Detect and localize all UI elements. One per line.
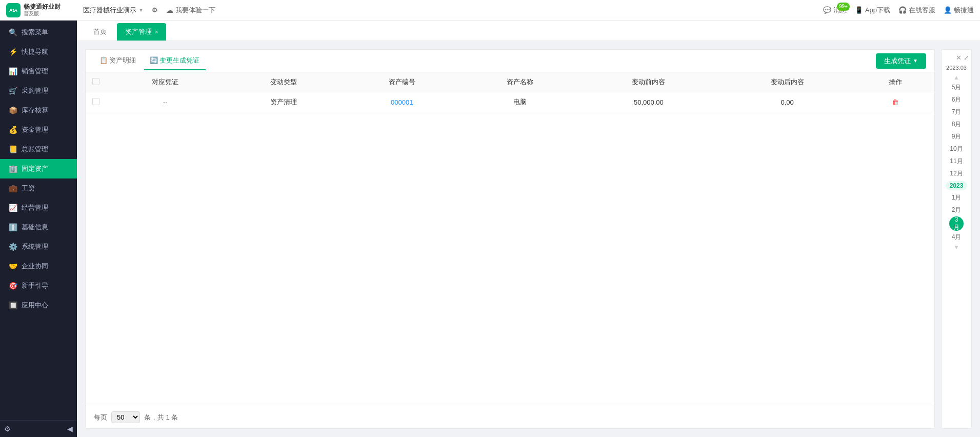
- per-page-select[interactable]: 50 10 20 100: [111, 411, 140, 423]
- app-download-button[interactable]: 📱 App下载: [855, 6, 890, 15]
- per-page-label: 每页: [94, 413, 107, 422]
- month-7[interactable]: 7月: [944, 106, 969, 118]
- sidebar-item-search[interactable]: 🔍 搜索菜单: [0, 23, 77, 42]
- sidebar-item-operations[interactable]: 📈 经营管理: [0, 198, 77, 217]
- row-after: 0.00: [718, 92, 856, 112]
- app-center-icon: 🔲: [8, 301, 17, 310]
- month-2[interactable]: 2月: [944, 204, 969, 216]
- sub-tabs: 📋 资产明细 🔄 变更生成凭证 生成凭证 ▼: [86, 50, 934, 72]
- sub-tab-change-voucher-label: 变更生成凭证: [159, 56, 199, 65]
- tab-close-button[interactable]: ×: [155, 29, 158, 35]
- sidebar-label-sales: 销售管理: [22, 67, 48, 76]
- month-10[interactable]: 10月: [944, 143, 969, 155]
- right-panel-header: ✕ ⤢: [944, 54, 969, 62]
- month-8[interactable]: 8月: [944, 118, 969, 130]
- top-bar-center: 医疗器械行业演示 ▼ ⚙ ☁ 我要体验一下: [83, 3, 823, 17]
- sidebar-item-app-center[interactable]: 🔲 应用中心: [0, 295, 77, 315]
- month-3-active[interactable]: 3月: [949, 216, 964, 231]
- sidebar: 🔍 搜索菜单 ⚡ 快捷导航 📊 销售管理 🛒 采购管理 📦 库存核算 💰: [0, 21, 77, 437]
- sub-tab-change-voucher[interactable]: 🔄 变更生成凭证: [144, 52, 206, 70]
- month-6[interactable]: 6月: [944, 94, 969, 106]
- row-before: 50,000.00: [579, 92, 718, 112]
- data-table: 对应凭证 变动类型 资产编号 资产名称 变动前内容 变动后内容 操作: [86, 72, 934, 112]
- tab-bar: 首页 资产管理 ×: [77, 21, 980, 41]
- company-name: 医疗器械行业演示: [83, 6, 136, 15]
- tab-active-label: 资产管理: [125, 27, 152, 36]
- row-asset-no: 000001: [343, 92, 461, 112]
- panel-expand-icon[interactable]: ⤢: [964, 54, 969, 62]
- month-12[interactable]: 12月: [944, 168, 969, 180]
- sidebar-bottom: ⚙ ◀: [0, 420, 77, 437]
- feedback-button[interactable]: ☁ 我要体验一下: [166, 6, 215, 15]
- col-asset-no: 资产编号: [343, 72, 461, 92]
- company-selector[interactable]: 医疗器械行业演示 ▼: [83, 6, 144, 15]
- user-icon: 👤: [944, 6, 952, 14]
- right-panel: ✕ ⤢ 2023.03 ▲ 5月 6月 7月 8月 9月 10月 11月 12月…: [941, 49, 972, 429]
- sidebar-item-payroll[interactable]: 💼 工资: [0, 178, 77, 198]
- col-asset-name: 资产名称: [461, 72, 579, 92]
- year-month-display: 2023.03: [946, 65, 967, 71]
- sidebar-item-finance[interactable]: 💰 资金管理: [0, 120, 77, 140]
- row-checkbox[interactable]: [92, 98, 99, 105]
- row-voucher: --: [106, 92, 225, 112]
- month-11[interactable]: 11月: [944, 155, 969, 167]
- sidebar-item-fixed-assets[interactable]: 🏢 固定资产: [0, 159, 77, 178]
- inventory-icon: 📦: [8, 106, 17, 115]
- pagination: 每页 50 10 20 100 条，共 1 条: [86, 406, 934, 428]
- sidebar-item-quick-nav[interactable]: ⚡ 快捷导航: [0, 42, 77, 62]
- change-voucher-tab-icon: 🔄: [150, 57, 157, 64]
- table-area: 对应凭证 变动类型 资产编号 资产名称 变动前内容 变动后内容 操作: [86, 72, 934, 406]
- table-header-row: 对应凭证 变动类型 资产编号 资产名称 变动前内容 变动后内容 操作: [86, 72, 934, 92]
- cooperation-icon: 🤝: [8, 262, 17, 271]
- guide-icon: 🎯: [8, 281, 17, 290]
- company-settings-button[interactable]: ⚙: [148, 3, 162, 17]
- quick-nav-icon: ⚡: [8, 47, 17, 56]
- sidebar-item-system[interactable]: ⚙️ 系统管理: [0, 237, 77, 256]
- col-voucher: 对应凭证: [106, 72, 225, 92]
- logo-text: 畅捷通好业财 普及版: [24, 3, 61, 16]
- month-9[interactable]: 9月: [944, 131, 969, 143]
- sidebar-item-purchase[interactable]: 🛒 采购管理: [0, 81, 77, 101]
- col-change-type: 变动类型: [225, 72, 343, 92]
- tab-home-label: 首页: [93, 28, 107, 35]
- year-section[interactable]: 2023: [946, 181, 968, 190]
- sidebar-nav: 🔍 搜索菜单 ⚡ 快捷导航 📊 销售管理 🛒 采购管理 📦 库存核算 💰: [0, 21, 77, 420]
- sidebar-collapse-icon[interactable]: ◀: [67, 425, 73, 433]
- tab-asset-management[interactable]: 资产管理 ×: [117, 23, 166, 41]
- main-panel: 📋 资产明细 🔄 变更生成凭证 生成凭证 ▼: [85, 49, 935, 429]
- delete-icon[interactable]: 🗑: [892, 98, 899, 106]
- logo-sub-text: 普及版: [24, 11, 61, 17]
- select-all-checkbox[interactable]: [92, 78, 99, 85]
- row-checkbox-cell: [86, 92, 106, 112]
- sub-tab-asset-detail[interactable]: 📋 资产明细: [94, 52, 142, 70]
- sidebar-label-purchase: 采购管理: [22, 86, 48, 95]
- tab-home[interactable]: 首页: [85, 23, 115, 41]
- month-5[interactable]: 5月: [944, 82, 969, 93]
- sidebar-label-operations: 经营管理: [22, 203, 48, 212]
- sidebar-item-basic-info[interactable]: ℹ️ 基础信息: [0, 217, 77, 237]
- sidebar-settings-icon[interactable]: ⚙: [4, 425, 11, 433]
- user-button[interactable]: 👤 畅捷通: [944, 6, 974, 15]
- toolbar-area: 生成凭证 ▼: [876, 53, 926, 69]
- top-bar-right: 💬 消息 99+ 📱 App下载 🎧 在线客服 👤 畅捷通: [823, 6, 974, 15]
- basic-info-icon: ℹ️: [8, 223, 17, 232]
- scroll-down-arrow[interactable]: ▼: [953, 244, 959, 251]
- scroll-up-arrow[interactable]: ▲: [953, 74, 959, 81]
- service-icon: 🎧: [898, 6, 907, 14]
- month-4[interactable]: 4月: [944, 231, 969, 243]
- sidebar-item-cooperation[interactable]: 🤝 企业协同: [0, 256, 77, 276]
- sidebar-item-ledger[interactable]: 📒 总账管理: [0, 140, 77, 159]
- panel-close-icon[interactable]: ✕: [956, 54, 962, 62]
- sidebar-label-basic-info: 基础信息: [22, 223, 48, 232]
- sidebar-item-inventory[interactable]: 📦 库存核算: [0, 101, 77, 120]
- month-1[interactable]: 1月: [944, 192, 969, 204]
- messages-button[interactable]: 💬 消息 99+: [823, 6, 847, 15]
- total-label: 条，共 1 条: [144, 413, 178, 422]
- service-button[interactable]: 🎧 在线客服: [898, 6, 935, 15]
- generate-voucher-button[interactable]: 生成凭证 ▼: [876, 53, 926, 69]
- logo-main-text: 畅捷通好业财: [24, 3, 61, 10]
- month-list: ▲ 5月 6月 7月 8月 9月 10月 11月 12月 2023 1月 2月 …: [944, 74, 969, 251]
- sidebar-item-guide[interactable]: 🎯 新手引导: [0, 276, 77, 295]
- sidebar-item-sales[interactable]: 📊 销售管理: [0, 62, 77, 81]
- sidebar-label-payroll: 工资: [22, 184, 35, 193]
